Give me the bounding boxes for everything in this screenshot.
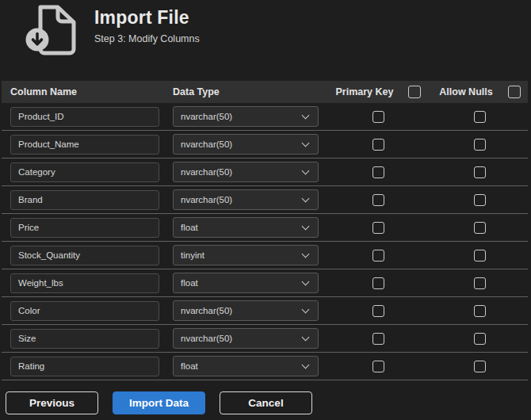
data-type-dropdown[interactable]: float (173, 273, 319, 293)
primary-key-cell (325, 158, 432, 185)
allow-nulls-checkbox[interactable] (474, 277, 486, 289)
column-name-input[interactable] (10, 273, 159, 293)
allow-nulls-checkbox[interactable] (474, 361, 486, 372)
table-row: nvarchar(50) (2, 297, 528, 325)
data-type-value: float (181, 223, 198, 232)
data-type-cell: float (166, 269, 325, 296)
primary-key-checkbox[interactable] (372, 139, 384, 151)
allow-nulls-checkbox[interactable] (474, 250, 486, 262)
column-name-input[interactable] (10, 218, 159, 238)
primary-key-header-group: Primary Key (325, 86, 432, 98)
chevron-down-icon (302, 166, 310, 174)
data-type-dropdown[interactable]: nvarchar(50) (173, 189, 319, 210)
primary-key-checkbox[interactable] (372, 166, 384, 178)
allow-nulls-cell (432, 297, 528, 324)
column-name-cell (2, 242, 166, 269)
primary-key-cell (325, 242, 432, 269)
allow-nulls-select-all-checkbox[interactable] (508, 86, 521, 98)
table-row: float (2, 214, 528, 242)
data-type-dropdown[interactable]: nvarchar(50) (173, 134, 319, 155)
primary-key-select-all-checkbox[interactable] (408, 86, 421, 98)
table-row: nvarchar(50) (2, 325, 528, 353)
data-type-cell: nvarchar(50) (166, 297, 325, 324)
column-name-input[interactable] (10, 190, 159, 210)
primary-key-checkbox[interactable] (372, 250, 384, 262)
columns-table: Column Name Data Type Primary Key Allow … (2, 81, 528, 380)
data-type-cell: nvarchar(50) (166, 325, 325, 352)
allow-nulls-header-group: Allow Nulls (432, 86, 528, 98)
data-type-dropdown[interactable]: nvarchar(50) (173, 162, 319, 182)
table-row: nvarchar(50) (2, 158, 528, 186)
primary-key-checkbox[interactable] (372, 222, 384, 234)
primary-key-checkbox[interactable] (372, 361, 384, 372)
page-title: Import File (94, 7, 200, 28)
primary-key-checkbox[interactable] (372, 277, 384, 289)
primary-key-cell (325, 353, 432, 380)
data-type-cell: float (166, 353, 325, 380)
data-type-value: nvarchar(50) (181, 139, 232, 149)
primary-key-checkbox[interactable] (372, 305, 384, 317)
data-type-cell: nvarchar(50) (166, 186, 325, 213)
previous-button[interactable]: Previous (6, 391, 98, 414)
step-indicator: Step 3: Modify Columns (94, 33, 200, 44)
allow-nulls-cell (432, 103, 528, 130)
data-type-value: nvarchar(50) (181, 334, 232, 343)
data-type-value: nvarchar(50) (181, 167, 232, 177)
allow-nulls-checkbox[interactable] (474, 305, 486, 317)
chevron-down-icon (302, 111, 310, 119)
allow-nulls-cell (432, 269, 528, 296)
column-name-input[interactable] (10, 162, 159, 182)
data-type-dropdown[interactable]: float (173, 356, 319, 376)
data-type-dropdown[interactable]: nvarchar(50) (173, 106, 319, 127)
chevron-down-icon (302, 250, 310, 258)
data-type-cell: nvarchar(50) (166, 131, 325, 158)
primary-key-cell (325, 325, 432, 352)
column-name-cell (2, 186, 166, 213)
data-type-dropdown[interactable]: float (173, 217, 319, 238)
data-type-value: tinyint (181, 250, 204, 260)
primary-key-checkbox[interactable] (372, 333, 384, 345)
chevron-down-icon (302, 277, 310, 285)
allow-nulls-checkbox[interactable] (474, 333, 486, 345)
table-row: nvarchar(50) (2, 131, 528, 158)
data-type-value: float (181, 361, 198, 371)
allow-nulls-cell (432, 158, 528, 185)
chevron-down-icon (302, 361, 310, 368)
column-name-input[interactable] (10, 107, 159, 127)
import-data-button[interactable]: Import Data (113, 391, 205, 414)
data-type-header: Data Type (166, 86, 325, 97)
cancel-button[interactable]: Cancel (220, 391, 312, 414)
table-row: float (2, 269, 528, 297)
allow-nulls-header-label: Allow Nulls (439, 86, 492, 97)
table-row: float (2, 353, 528, 380)
column-name-input[interactable] (10, 357, 159, 376)
primary-key-checkbox[interactable] (372, 111, 384, 123)
data-type-dropdown[interactable]: tinyint (173, 245, 319, 265)
allow-nulls-cell (432, 325, 528, 352)
allow-nulls-checkbox[interactable] (474, 194, 486, 206)
allow-nulls-cell (432, 131, 528, 158)
allow-nulls-checkbox[interactable] (474, 111, 486, 123)
allow-nulls-checkbox[interactable] (474, 139, 486, 151)
data-type-dropdown[interactable]: nvarchar(50) (173, 328, 319, 349)
primary-key-checkbox[interactable] (372, 194, 384, 206)
data-type-dropdown[interactable]: nvarchar(50) (173, 300, 319, 321)
column-name-cell (2, 131, 166, 158)
column-name-input[interactable] (10, 301, 159, 321)
chevron-down-icon (302, 222, 310, 230)
data-type-value: nvarchar(50) (181, 306, 232, 315)
allow-nulls-cell (432, 186, 528, 213)
allow-nulls-checkbox[interactable] (474, 166, 486, 178)
column-name-input[interactable] (10, 329, 159, 349)
column-name-cell (2, 269, 166, 296)
table-row: nvarchar(50) (2, 103, 528, 131)
column-name-input[interactable] (10, 246, 159, 265)
table-row: nvarchar(50) (2, 186, 528, 214)
column-name-input[interactable] (10, 135, 159, 155)
data-type-value: nvarchar(50) (181, 195, 232, 204)
table-body: nvarchar(50) nvarchar(50) (2, 103, 528, 380)
column-name-cell (2, 214, 166, 241)
allow-nulls-checkbox[interactable] (474, 222, 486, 234)
data-type-cell: nvarchar(50) (166, 103, 325, 130)
table-row: tinyint (2, 242, 528, 269)
